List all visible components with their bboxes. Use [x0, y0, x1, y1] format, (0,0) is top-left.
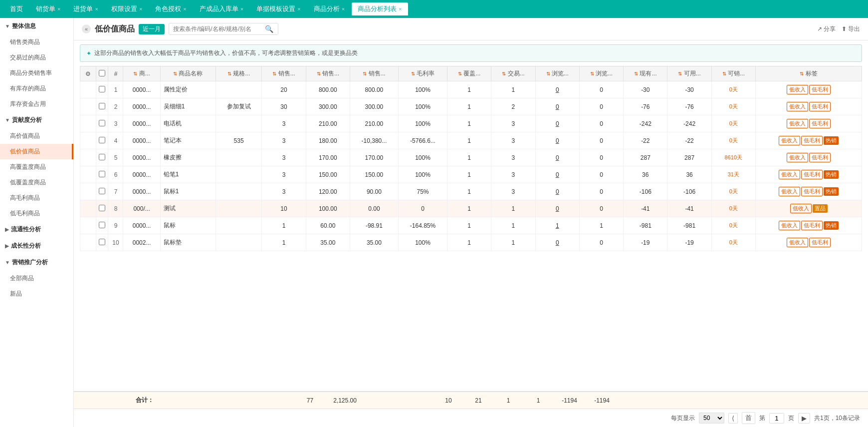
column-current[interactable]: ⇅ 现有... [624, 66, 667, 81]
sidebar-item-category-rate[interactable]: 商品分类销售率 [0, 65, 73, 81]
row-checkbox-input[interactable] [99, 86, 105, 92]
page-size-select[interactable]: 50 100 200 [699, 413, 724, 424]
close-icon[interactable]: × [57, 6, 60, 12]
row-checkbox-input[interactable] [99, 103, 105, 109]
column-browse2[interactable]: ⇅ 浏览... [579, 66, 623, 81]
row-spec [216, 234, 262, 251]
row-browse1[interactable]: 0 [535, 183, 579, 200]
close-icon[interactable]: × [95, 6, 98, 12]
sidebar-item-stock-goods[interactable]: 有库存的商品 [0, 81, 73, 96]
sidebar-item-high-value[interactable]: 高价值商品 [0, 128, 73, 144]
first-page-button[interactable]: ⟨ [728, 413, 738, 424]
column-browse1[interactable]: ⇅ 浏览... [535, 66, 579, 81]
next-page-button[interactable]: ▶ [798, 413, 810, 424]
sidebar-group-overall[interactable]: ▼ 整体信息 [0, 18, 73, 34]
sidebar-group-marketing[interactable]: ▼ 营销推广分析 [0, 254, 73, 271]
row-checkbox-input[interactable] [99, 205, 105, 211]
sidebar-item-sales-goods[interactable]: 销售类商品 [0, 34, 73, 50]
sidebar-item-new-goods[interactable]: 新品 [0, 286, 73, 302]
search-input[interactable] [173, 25, 263, 32]
nav-item-home[interactable]: 首页 [4, 2, 29, 15]
sidebar-group-contribution[interactable]: ▼ 贡献度分析 [0, 112, 73, 128]
filter-tag-recent-month[interactable]: 近一月 [139, 24, 165, 34]
row-name: 鼠标 [160, 217, 216, 234]
nav-item-sales[interactable]: 销货单 × [30, 2, 66, 15]
nav-item-template[interactable]: 单据模板设置 × [250, 2, 306, 15]
prev-page-button[interactable]: 首 [742, 412, 755, 424]
row-checkbox[interactable] [96, 183, 108, 200]
column-gross-margin[interactable]: ⇅ 毛利率 [398, 66, 447, 81]
sidebar-group-growth[interactable]: ▶ 成长性分析 [0, 238, 73, 254]
column-tags[interactable]: ⇅ 标签 [756, 66, 862, 81]
row-checkbox-input[interactable] [99, 188, 105, 194]
sidebar-item-high-margin[interactable]: 高毛利商品 [0, 190, 73, 206]
close-icon[interactable]: × [183, 6, 186, 12]
row-checkbox[interactable] [96, 81, 108, 98]
nav-item-product-warehouse[interactable]: 产成品入库单 × [194, 2, 249, 15]
column-saleable[interactable]: ⇅ 可销... [711, 66, 755, 81]
row-checkbox-input[interactable] [99, 137, 105, 143]
sidebar-item-traded-goods[interactable]: 交易过的商品 [0, 50, 73, 65]
column-sales3[interactable]: ⇅ 销售... [350, 66, 398, 81]
column-spec[interactable]: ⇅ 规格... [216, 66, 262, 81]
column-settings[interactable]: ⚙ [80, 66, 96, 81]
row-checkbox-input[interactable] [99, 154, 105, 160]
row-checkbox-input[interactable] [99, 239, 105, 245]
sidebar-item-low-value[interactable]: 低价值商品 [0, 144, 73, 159]
nav-item-product-analysis[interactable]: 商品分析 × [308, 2, 351, 15]
sidebar-item-high-coverage[interactable]: 高覆盖度商品 [0, 159, 73, 175]
column-code[interactable]: ⇅ 商... [123, 66, 160, 81]
footer-transaction: 21 [463, 397, 493, 404]
row-browse1[interactable]: 0 [535, 149, 579, 166]
row-browse1[interactable]: 0 [535, 132, 579, 149]
row-checkbox-input[interactable] [99, 120, 105, 126]
sidebar-item-all-goods[interactable]: 全部商品 [0, 271, 73, 286]
row-checkbox[interactable] [96, 115, 108, 132]
sidebar-item-low-margin[interactable]: 低毛利商品 [0, 206, 73, 221]
row-browse2: 1 [579, 217, 623, 234]
row-checkbox-input[interactable] [99, 171, 105, 177]
row-browse1[interactable]: 0 [535, 234, 579, 251]
column-sales2[interactable]: ⇅ 销售... [306, 66, 350, 81]
close-icon[interactable]: × [297, 6, 300, 12]
close-icon[interactable]: × [240, 6, 243, 12]
sidebar-collapse-button[interactable]: « [82, 24, 91, 33]
export-button[interactable]: ⬆ 导出 [842, 25, 860, 33]
row-tags: 低收入低毛利 [756, 81, 862, 98]
row-checkbox[interactable] [96, 98, 108, 115]
share-button[interactable]: ↗ 分享 [817, 25, 836, 33]
column-coverage[interactable]: ⇅ 覆盖... [447, 66, 491, 81]
row-browse1[interactable]: 0 [535, 115, 579, 132]
sidebar-group-circulation[interactable]: ▶ 流通性分析 [0, 221, 73, 238]
column-available[interactable]: ⇅ 可用... [667, 66, 711, 81]
table-row: 8 000/... 测试 10 100.00 0.00 0 1 1 0 0 -4… [80, 200, 862, 217]
row-browse1[interactable]: 1 [535, 217, 579, 234]
nav-item-product-analysis-list[interactable]: 商品分析列表 × [352, 2, 408, 15]
sidebar-item-stock-capital[interactable]: 库存资金占用 [0, 96, 73, 112]
row-checkbox[interactable] [96, 234, 108, 251]
close-icon[interactable]: × [399, 6, 402, 12]
row-browse1[interactable]: 0 [535, 98, 579, 115]
page-number-input[interactable] [769, 413, 784, 424]
row-checkbox[interactable] [96, 166, 108, 183]
column-name[interactable]: ⇅ 商品名称 [160, 66, 216, 81]
row-browse1[interactable]: 0 [535, 200, 579, 217]
close-icon[interactable]: × [139, 6, 142, 12]
row-name: 鼠标1 [160, 183, 216, 200]
row-checkbox[interactable] [96, 217, 108, 234]
column-sales1[interactable]: ⇅ 销售... [262, 66, 306, 81]
select-all-checkbox[interactable] [99, 70, 105, 76]
row-checkbox[interactable] [96, 149, 108, 166]
row-browse1[interactable]: 0 [535, 81, 579, 98]
row-checkbox[interactable] [96, 132, 108, 149]
row-checkbox[interactable] [96, 200, 108, 217]
nav-item-roles[interactable]: 角色授权 × [149, 2, 192, 15]
row-browse1[interactable]: 0 [535, 166, 579, 183]
nav-item-purchase[interactable]: 进货单 × [67, 2, 104, 15]
nav-item-permissions[interactable]: 权限设置 × [105, 2, 148, 15]
row-checkbox-input[interactable] [99, 222, 105, 228]
sidebar-item-low-coverage[interactable]: 低覆盖度商品 [0, 175, 73, 190]
close-icon[interactable]: × [342, 6, 345, 12]
column-transaction[interactable]: ⇅ 交易... [491, 66, 535, 81]
search-icon[interactable]: 🔍 [265, 25, 273, 33]
